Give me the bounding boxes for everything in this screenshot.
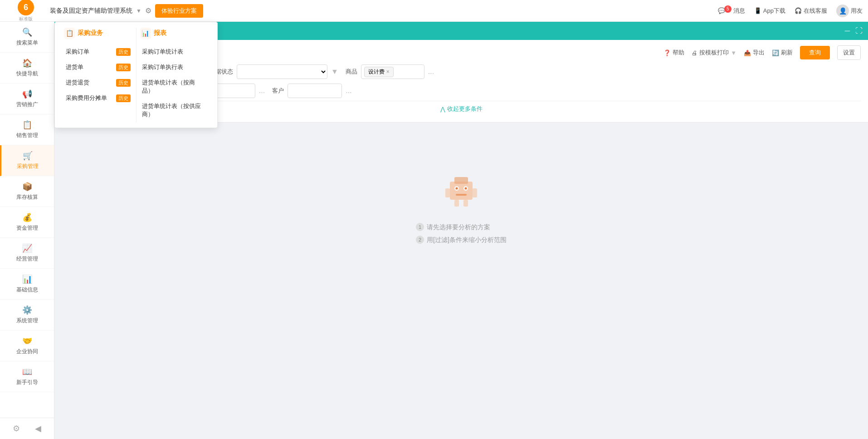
sidebar-item-marketing-label: 营销推广 xyxy=(16,101,38,109)
sidebar-item-inventory[interactable]: 📦 库存核算 xyxy=(0,176,54,207)
dropdown-item-inbound-by-supplier[interactable]: 进货单统计表（按供应商） xyxy=(140,99,209,122)
notification-badge: 5 xyxy=(724,5,731,13)
goods-label: 商品 xyxy=(346,68,357,76)
sidebar-item-system[interactable]: ⚙️ 系统管理 xyxy=(0,300,54,330)
report-col-icon: 📊 xyxy=(140,28,151,39)
dropdown-item-expense[interactable]: 采购费用分摊单 历史 xyxy=(64,90,132,106)
order-status-select[interactable] xyxy=(237,64,327,79)
help-icon: ❓ xyxy=(663,49,671,56)
export-icon: 📤 xyxy=(744,49,751,56)
sidebar-item-cooperation[interactable]: 🤝 企业协同 xyxy=(0,330,54,361)
export-btn[interactable]: 📤 导出 xyxy=(744,49,765,57)
report-col: 📊 报表 采购订单统计表 采购订单执行表 进货单统计表（按商品） 进货单统计表（… xyxy=(137,28,212,122)
sidebar-settings-icon[interactable]: ⚙ xyxy=(13,424,20,434)
tab-minimize-icon[interactable]: ─ xyxy=(845,27,850,35)
svg-rect-9 xyxy=(454,200,459,207)
dropdown-menu: 📋 采购业务 采购订单 历史 进货单 历史 进货退货 历史 采购费用分摊单 历史 xyxy=(54,22,218,128)
industry-btn[interactable]: 体验行业方案 xyxy=(155,4,203,18)
customer-dots-btn[interactable]: ... xyxy=(346,87,351,95)
sidebar-item-basic[interactable]: 📊 基础信息 xyxy=(0,269,54,300)
online-service-label: 在线客服 xyxy=(804,7,827,15)
print-btn[interactable]: 🖨 按模板打印 ▼ xyxy=(692,49,736,57)
table-icon: 📊 xyxy=(22,274,32,284)
tip-num-1: 1 xyxy=(416,223,424,231)
empty-tip-2: 2 用[过滤]条件来缩小分析范围 xyxy=(416,233,507,246)
user-name: 用友 xyxy=(851,7,863,15)
help-btn[interactable]: ❓ 帮助 xyxy=(663,49,684,57)
search-icon: 🔍 xyxy=(22,27,32,37)
sidebar-item-nav-label: 快捷导航 xyxy=(16,70,38,78)
tip-text-2: 用[过滤]条件来缩小分析范围 xyxy=(427,233,507,246)
settings-button[interactable]: 设置 xyxy=(837,45,861,60)
book-icon: 📖 xyxy=(22,367,32,377)
sidebar-item-nav[interactable]: 🏠 快捷导航 xyxy=(0,53,54,84)
goods-dots-btn[interactable]: ... xyxy=(428,68,434,76)
svg-point-4 xyxy=(456,187,458,190)
sidebar-item-newbie[interactable]: 📖 新手引导 xyxy=(0,361,54,392)
logo-area: 6 标准版 xyxy=(5,0,46,22)
purchase-order-history: 历史 xyxy=(116,48,131,56)
query-button[interactable]: 查询 xyxy=(800,46,830,59)
dropdown-item-order-stats[interactable]: 采购订单统计表 xyxy=(140,44,209,59)
customer-label: 客户 xyxy=(272,87,284,95)
tip-num-2: 2 xyxy=(416,236,424,244)
tab-maximize-icon[interactable]: ⛶ xyxy=(855,27,863,35)
inbound-by-goods-label: 进货单统计表（按商品） xyxy=(142,79,207,95)
system-dropdown-icon[interactable]: ▼ xyxy=(136,8,141,14)
empty-tip-1: 1 请先选择要分析的方案 xyxy=(416,221,507,233)
sidebar-item-newbie-label: 新手引导 xyxy=(16,379,38,386)
collapse-arrow-icon: ⋀ xyxy=(440,106,445,113)
notification-item[interactable]: 💬 5 消息 xyxy=(718,7,745,15)
sidebar-item-search[interactable]: 🔍 搜索菜单 xyxy=(0,22,54,53)
sidebar-item-marketing[interactable]: 📢 营销推广 xyxy=(0,84,54,114)
sidebar-item-basic-label: 基础信息 xyxy=(16,286,38,294)
customer-input[interactable] xyxy=(288,84,342,98)
svg-rect-7 xyxy=(445,188,450,197)
report-col-header: 📊 报表 xyxy=(140,28,209,40)
sidebar-item-inventory-label: 库存核算 xyxy=(16,193,38,201)
user-item[interactable]: 👤 用友 xyxy=(836,5,863,17)
sidebar-item-finance[interactable]: 💰 资金管理 xyxy=(0,207,54,238)
salesperson-dots-btn[interactable]: ... xyxy=(259,87,265,95)
sidebar-item-sales[interactable]: 📋 销售管理 xyxy=(0,114,54,145)
settings-gear-icon[interactable]: ⚙ xyxy=(145,6,151,15)
dropdown-item-purchase-order[interactable]: 采购订单 历史 xyxy=(64,44,132,59)
dropdown-item-order-exec[interactable]: 采购订单执行表 xyxy=(140,59,209,75)
goods-tag-close[interactable]: × xyxy=(386,69,390,75)
topbar: 6 标准版 装备及固定资产辅助管理系统 ▼ ⚙ 体验行业方案 💬 5 消息 📱 … xyxy=(0,0,868,22)
sidebar-bottom: ⚙ ◀ xyxy=(0,418,54,439)
dropdown-item-return[interactable]: 进货退货 历史 xyxy=(64,75,132,90)
customer-filter: 客户 ... xyxy=(272,84,351,98)
refresh-btn[interactable]: 🔄 刷新 xyxy=(772,49,793,57)
sidebar-item-operations[interactable]: 📈 经营管理 xyxy=(0,238,54,269)
empty-tips: 1 请先选择要分析的方案 2 用[过滤]条件来缩小分析范围 xyxy=(416,221,507,246)
goods-tag: 设计费 × xyxy=(364,67,394,77)
refresh-label: 刷新 xyxy=(781,49,793,57)
report-col-title: 报表 xyxy=(154,29,166,37)
expense-label: 采购费用分摊单 xyxy=(66,94,107,102)
sidebar-collapse-icon[interactable]: ◀ xyxy=(35,424,41,434)
app-download-item[interactable]: 📱 App下载 xyxy=(754,7,785,15)
dropdown-item-inbound[interactable]: 进货单 历史 xyxy=(64,59,132,75)
help-label: 帮助 xyxy=(673,49,684,57)
phone-icon: 📱 xyxy=(754,7,761,14)
dropdown-columns: 📋 采购业务 采购订单 历史 进货单 历史 进货退货 历史 采购费用分摊单 历史 xyxy=(60,28,212,122)
handshake-icon: 🤝 xyxy=(22,336,32,346)
online-service-item[interactable]: 🎧 在线客服 xyxy=(795,7,827,15)
order-exec-label: 采购订单执行表 xyxy=(142,63,183,71)
sidebar-item-purchase-label: 采购管理 xyxy=(17,163,39,170)
empty-state: 1 请先选择要分析的方案 2 用[过滤]条件来缩小分析范围 xyxy=(54,123,868,291)
gear-icon: ⚙️ xyxy=(22,305,32,315)
purchase-order-label: 采购订单 xyxy=(66,48,89,56)
print-dropdown-icon: ▼ xyxy=(731,49,736,56)
logo-icon: 6 xyxy=(18,0,34,15)
refresh-icon: 🔄 xyxy=(772,49,779,56)
goods-input-area[interactable]: 设计费 × xyxy=(361,64,424,79)
inbound-label: 进货单 xyxy=(66,63,83,71)
tip-text-1: 请先选择要分析的方案 xyxy=(427,221,490,233)
sidebar-item-purchase[interactable]: 🛒 采购管理 xyxy=(0,145,54,176)
sidebar-item-system-label: 系统管理 xyxy=(16,317,38,325)
box-icon: 📦 xyxy=(22,182,32,192)
dropdown-item-inbound-by-goods[interactable]: 进货单统计表（按商品） xyxy=(140,75,209,99)
inbound-by-supplier-label: 进货单统计表（按供应商） xyxy=(142,102,207,118)
